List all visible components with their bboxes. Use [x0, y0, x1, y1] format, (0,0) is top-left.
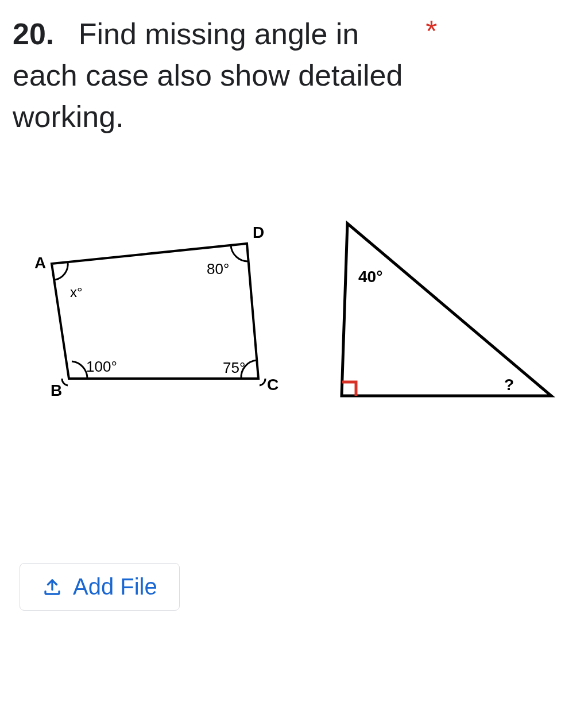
angle-D-label: 80° — [207, 260, 229, 277]
vertex-A-label: A — [34, 254, 46, 272]
triangle-top-angle-label: 40° — [358, 268, 382, 286]
angle-A-label: x° — [70, 284, 83, 300]
geometry-diagrams: A D C B x° 100° 75° 80° 40° ? — [0, 206, 588, 493]
add-file-button[interactable]: Add File — [20, 563, 180, 611]
required-asterisk: * — [425, 14, 437, 48]
diagrams-container: A D C B x° 100° 75° 80° 40° ? — [0, 206, 588, 493]
vertex-D-label: D — [253, 223, 264, 241]
angle-B-label: 100° — [86, 358, 117, 375]
add-file-label: Add File — [73, 574, 157, 600]
triangle-unknown-angle-label: ? — [504, 376, 514, 394]
question-header: 20. Find missing angle in each case also… — [0, 0, 588, 137]
prompt-fragment-2: each case also show detailed — [13, 59, 403, 92]
svg-marker-1 — [342, 223, 551, 396]
vertex-B-label: B — [51, 381, 62, 399]
quadrilateral-diagram: A D C B x° 100° 75° 80° — [34, 223, 278, 399]
upload-icon — [42, 577, 63, 597]
prompt-fragment-3: working. — [13, 100, 124, 133]
question-number: 20. — [13, 17, 54, 51]
vertex-C-label: C — [267, 376, 278, 394]
question-text: 20. Find missing angle in each case also… — [13, 14, 403, 137]
triangle-diagram: 40° ? — [342, 223, 551, 396]
prompt-fragment-1: Find missing angle in — [79, 17, 359, 51]
angle-C-label: 75° — [223, 359, 245, 376]
